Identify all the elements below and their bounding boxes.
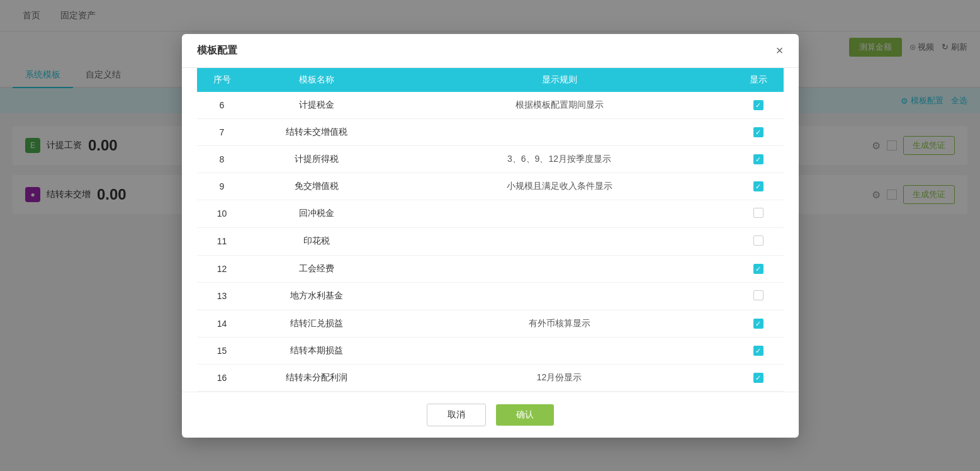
modal-header: 模板配置 × (182, 34, 799, 68)
modal-close-button[interactable]: × (776, 44, 784, 57)
cell-checkbox (733, 200, 784, 227)
cell-checkbox (733, 337, 784, 364)
cell-name: 结转未交增值税 (247, 118, 386, 145)
cell-name: 结转未分配利润 (247, 364, 386, 391)
row-checkbox[interactable] (753, 373, 763, 383)
table-row: 9免交增值税小规模且满足收入条件显示 (197, 173, 784, 200)
cell-id: 8 (197, 145, 247, 173)
confirm-button[interactable]: 确认 (496, 404, 554, 426)
cell-checkbox (733, 364, 784, 391)
modal-table-wrap[interactable]: 序号 模板名称 显示规则 显示 6计提税金根据模板配置期间显示7结转未交增值税8… (197, 68, 784, 392)
col-header-show: 显示 (733, 68, 784, 92)
cell-rule: 3、6、9、12月按季度显示 (386, 145, 733, 173)
row-checkbox[interactable] (753, 208, 763, 218)
row-checkbox[interactable] (753, 236, 763, 246)
modal-body: 序号 模板名称 显示规则 显示 6计提税金根据模板配置期间显示7结转未交增值税8… (182, 68, 799, 392)
table-row: 6计提税金根据模板配置期间显示 (197, 92, 784, 119)
cell-checkbox (733, 227, 784, 255)
table-row: 8计提所得税3、6、9、12月按季度显示 (197, 145, 784, 173)
row-checkbox[interactable] (753, 290, 763, 300)
cell-rule: 12月份显示 (386, 364, 733, 391)
cell-id: 12 (197, 255, 247, 282)
table-row: 11印花税 (197, 227, 784, 255)
cell-checkbox (733, 255, 784, 282)
cell-id: 10 (197, 200, 247, 227)
cell-rule: 小规模且满足收入条件显示 (386, 173, 733, 200)
cell-id: 15 (197, 337, 247, 364)
cell-name: 结转本期损益 (247, 337, 386, 364)
cell-id: 9 (197, 173, 247, 200)
col-header-name: 模板名称 (247, 68, 386, 92)
cell-id: 16 (197, 364, 247, 391)
cell-name: 免交增值税 (247, 173, 386, 200)
cell-rule: 有外币核算显示 (386, 310, 733, 337)
template-table: 序号 模板名称 显示规则 显示 6计提税金根据模板配置期间显示7结转未交增值税8… (197, 68, 784, 392)
cell-name: 计提税金 (247, 92, 386, 119)
template-config-modal: 模板配置 × 序号 模板名称 显示规则 显示 (182, 34, 799, 438)
row-checkbox[interactable] (753, 100, 763, 110)
row-checkbox[interactable] (753, 264, 763, 274)
cell-name: 回冲税金 (247, 200, 386, 227)
table-row: 10回冲税金 (197, 200, 784, 227)
table-row: 14结转汇兑损益有外币核算显示 (197, 310, 784, 337)
cell-id: 11 (197, 227, 247, 255)
cell-checkbox (733, 118, 784, 145)
row-checkbox[interactable] (753, 154, 763, 164)
cell-id: 7 (197, 118, 247, 145)
cell-checkbox (733, 173, 784, 200)
cell-id: 14 (197, 310, 247, 337)
cell-name: 地方水利基金 (247, 282, 386, 310)
cell-checkbox (733, 310, 784, 337)
row-checkbox[interactable] (753, 181, 763, 191)
row-checkbox[interactable] (753, 346, 763, 356)
cell-name: 计提所得税 (247, 145, 386, 173)
cell-rule (386, 227, 733, 255)
row-checkbox[interactable] (753, 127, 763, 137)
cell-checkbox (733, 282, 784, 310)
cell-checkbox (733, 92, 784, 119)
cell-rule (386, 282, 733, 310)
col-header-id: 序号 (197, 68, 247, 92)
cell-rule (386, 337, 733, 364)
cell-id: 13 (197, 282, 247, 310)
cell-rule (386, 255, 733, 282)
cell-id: 6 (197, 92, 247, 119)
cell-name: 结转汇兑损益 (247, 310, 386, 337)
col-header-rule: 显示规则 (386, 68, 733, 92)
row-checkbox[interactable] (753, 319, 763, 329)
cell-name: 印花税 (247, 227, 386, 255)
table-row: 12工会经费 (197, 255, 784, 282)
cell-rule (386, 118, 733, 145)
cell-checkbox (733, 145, 784, 173)
table-row: 7结转未交增值税 (197, 118, 784, 145)
cell-rule: 根据模板配置期间显示 (386, 92, 733, 119)
cell-rule (386, 200, 733, 227)
table-row: 16结转未分配利润12月份显示 (197, 364, 784, 391)
table-row: 13地方水利基金 (197, 282, 784, 310)
table-row: 15结转本期损益 (197, 337, 784, 364)
cancel-button[interactable]: 取消 (427, 404, 486, 426)
modal-footer: 取消 确认 (182, 392, 799, 438)
modal-overlay: 模板配置 × 序号 模板名称 显示规则 显示 (0, 0, 980, 471)
cell-name: 工会经费 (247, 255, 386, 282)
modal-title: 模板配置 (197, 44, 237, 57)
